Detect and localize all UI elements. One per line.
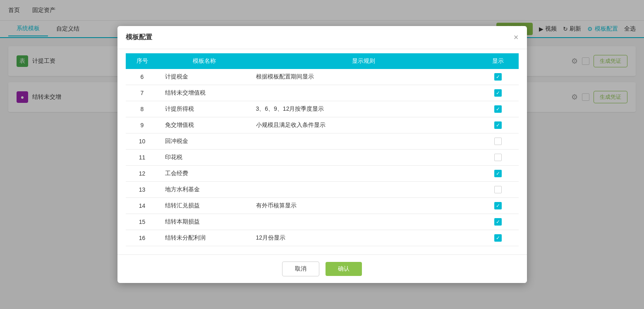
modal-body: 序号 模板名称 显示规则 显示 6计提税金根据模板配置期间显示7结转未交增值税8… — [117, 49, 527, 254]
cell-seq-10: 16 — [126, 230, 159, 246]
cancel-button[interactable]: 取消 — [282, 261, 319, 276]
cell-show-2[interactable] — [477, 101, 519, 117]
cell-name-8: 结转汇兑损益 — [159, 198, 250, 214]
table-row: 7结转未交增值税 — [126, 85, 519, 101]
cell-rule-5 — [250, 150, 477, 166]
table-row: 11印花税 — [126, 150, 519, 166]
checkbox-7[interactable] — [484, 186, 512, 193]
cell-show-10[interactable] — [477, 230, 519, 246]
cell-name-0: 计提税金 — [159, 69, 250, 85]
cell-rule-4 — [250, 133, 477, 150]
cell-rule-0: 根据模板配置期间显示 — [250, 69, 477, 85]
cell-rule-9 — [250, 214, 477, 230]
table-body: 6计提税金根据模板配置期间显示7结转未交增值税8计提所得税3、6、9、12月按季… — [126, 69, 519, 246]
cell-seq-7: 13 — [126, 182, 159, 198]
checkbox-2[interactable] — [484, 105, 512, 113]
cell-rule-3: 小规模且满足收入条件显示 — [250, 117, 477, 133]
checkbox-checked-1[interactable] — [494, 89, 502, 97]
cell-seq-6: 12 — [126, 166, 159, 182]
checkbox-checked-8[interactable] — [494, 202, 502, 209]
cell-seq-1: 7 — [126, 85, 159, 101]
checkbox-checked-10[interactable] — [494, 234, 502, 242]
cell-rule-8: 有外币核算显示 — [250, 198, 477, 214]
checkbox-10[interactable] — [484, 234, 512, 242]
cell-seq-3: 9 — [126, 117, 159, 133]
modal-header: 模板配置 × — [117, 26, 527, 49]
cell-seq-9: 15 — [126, 214, 159, 230]
cell-seq-4: 10 — [126, 133, 159, 150]
checkbox-1[interactable] — [484, 89, 512, 97]
table-row: 14结转汇兑损益有外币核算显示 — [126, 198, 519, 214]
checkbox-unchecked-5[interactable] — [494, 154, 502, 161]
checkbox-checked-6[interactable] — [494, 170, 502, 177]
modal-footer: 取消 确认 — [117, 254, 527, 283]
confirm-button[interactable]: 确认 — [326, 262, 362, 276]
cell-show-0[interactable] — [477, 69, 519, 85]
cell-show-9[interactable] — [477, 214, 519, 230]
table-row: 13地方水利基金 — [126, 182, 519, 198]
cell-show-6[interactable] — [477, 166, 519, 182]
th-show: 显示 — [477, 53, 519, 69]
cell-name-6: 工会经费 — [159, 166, 250, 182]
modal-template-config: 模板配置 × 序号 模板名称 显示规则 显示 6计提税金根据模板配置期间显示7结… — [117, 26, 527, 283]
checkbox-6[interactable] — [484, 170, 512, 177]
cell-name-2: 计提所得税 — [159, 101, 250, 117]
cell-show-7[interactable] — [477, 182, 519, 198]
cell-rule-1 — [250, 85, 477, 101]
checkbox-5[interactable] — [484, 154, 512, 161]
cell-rule-7 — [250, 182, 477, 198]
cell-name-10: 结转未分配利润 — [159, 230, 250, 246]
cell-rule-2: 3、6、9、12月按季度显示 — [250, 101, 477, 117]
checkbox-checked-0[interactable] — [494, 73, 502, 81]
th-rule: 显示规则 — [250, 53, 477, 69]
cell-rule-6 — [250, 166, 477, 182]
checkbox-3[interactable] — [484, 121, 512, 129]
cell-show-8[interactable] — [477, 198, 519, 214]
cell-name-3: 免交增值税 — [159, 117, 250, 133]
cell-show-1[interactable] — [477, 85, 519, 101]
cell-show-3[interactable] — [477, 117, 519, 133]
table-row: 15结转本期损益 — [126, 214, 519, 230]
table-header-row: 序号 模板名称 显示规则 显示 — [126, 53, 519, 69]
checkbox-checked-9[interactable] — [494, 218, 502, 226]
modal-title: 模板配置 — [126, 33, 152, 42]
modal-overlay: 模板配置 × 序号 模板名称 显示规则 显示 6计提税金根据模板配置期间显示7结… — [0, 0, 644, 309]
checkbox-8[interactable] — [484, 202, 512, 209]
cell-seq-2: 8 — [126, 101, 159, 117]
cell-name-1: 结转未交增值税 — [159, 85, 250, 101]
table-row: 10回冲税金 — [126, 133, 519, 150]
config-table: 序号 模板名称 显示规则 显示 6计提税金根据模板配置期间显示7结转未交增值税8… — [126, 53, 519, 246]
table-row: 9免交增值税小规模且满足收入条件显示 — [126, 117, 519, 133]
cell-show-4[interactable] — [477, 133, 519, 150]
table-row: 6计提税金根据模板配置期间显示 — [126, 69, 519, 85]
cell-name-4: 回冲税金 — [159, 133, 250, 150]
checkbox-checked-2[interactable] — [494, 105, 502, 113]
cell-name-9: 结转本期损益 — [159, 214, 250, 230]
checkbox-unchecked-4[interactable] — [494, 138, 502, 145]
checkbox-unchecked-7[interactable] — [494, 186, 502, 193]
cell-seq-5: 11 — [126, 150, 159, 166]
checkbox-0[interactable] — [484, 73, 512, 81]
checkbox-9[interactable] — [484, 218, 512, 226]
cell-seq-8: 14 — [126, 198, 159, 214]
table-row: 16结转未分配利润12月份显示 — [126, 230, 519, 246]
table-row: 8计提所得税3、6、9、12月按季度显示 — [126, 101, 519, 117]
modal-close-button[interactable]: × — [514, 33, 519, 42]
cell-rule-10: 12月份显示 — [250, 230, 477, 246]
th-name: 模板名称 — [159, 53, 250, 69]
table-row: 12工会经费 — [126, 166, 519, 182]
checkbox-checked-3[interactable] — [494, 121, 502, 129]
cell-show-5[interactable] — [477, 150, 519, 166]
cell-seq-0: 6 — [126, 69, 159, 85]
cell-name-7: 地方水利基金 — [159, 182, 250, 198]
th-seq: 序号 — [126, 53, 159, 69]
cell-name-5: 印花税 — [159, 150, 250, 166]
checkbox-4[interactable] — [484, 138, 512, 145]
